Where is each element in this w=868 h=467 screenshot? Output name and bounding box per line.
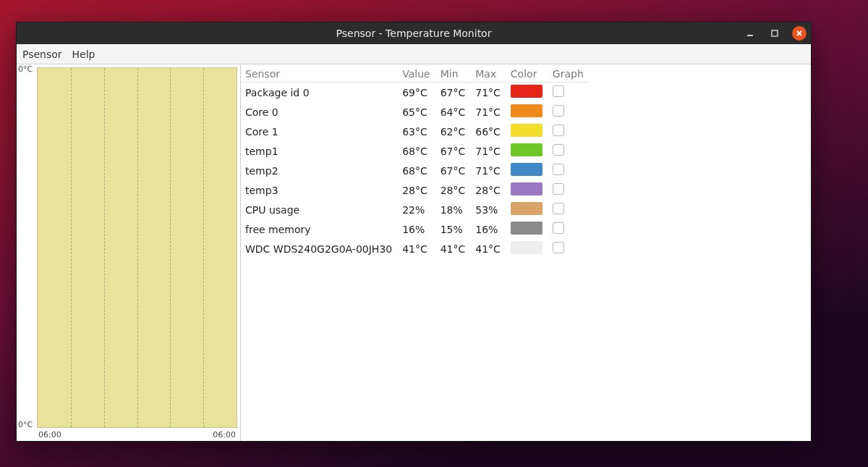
sensor-max: 28°C <box>471 180 506 200</box>
sensor-value: 16% <box>398 219 435 239</box>
graph-checkbox[interactable] <box>553 242 564 253</box>
sensor-graph <box>548 83 590 103</box>
sensor-value: 68°C <box>398 141 435 161</box>
y-axis-bottom-label: 0°C <box>18 420 33 429</box>
titlebar[interactable]: Psensor - Temperature Monitor <box>17 22 811 44</box>
sensor-graph <box>548 200 590 219</box>
menu-psensor[interactable]: Psensor <box>22 49 62 60</box>
table-row[interactable]: temp328°C28°C28°C <box>241 180 590 200</box>
svg-rect-1 <box>772 30 778 36</box>
table-row[interactable]: Core 065°C64°C71°C <box>241 102 590 122</box>
sensor-name: free memory <box>241 219 398 239</box>
chart-body: 0°C 0°C 06:00 06:00 <box>17 64 240 441</box>
sensor-max: 66°C <box>471 122 506 141</box>
graph-checkbox[interactable] <box>553 222 564 234</box>
close-icon <box>796 30 803 37</box>
chart-canvas[interactable] <box>37 67 237 428</box>
table-row[interactable]: temp268°C67°C71°C <box>241 161 590 180</box>
color-swatch[interactable] <box>511 182 542 195</box>
sensor-value: 28°C <box>398 180 435 200</box>
sensor-name: temp2 <box>241 161 398 180</box>
chart-pane: 0°C 0°C 06:00 06:00 <box>17 64 241 441</box>
sensor-min: 15% <box>436 219 472 239</box>
sensor-min: 67°C <box>436 83 472 103</box>
color-swatch[interactable] <box>511 124 542 137</box>
menu-help[interactable]: Help <box>72 49 95 60</box>
sensor-value: 63°C <box>398 122 435 141</box>
sensor-table: Sensor Value Min Max Color Graph Package… <box>241 66 590 258</box>
graph-checkbox[interactable] <box>553 203 564 214</box>
sensor-color <box>506 161 548 180</box>
sensor-value: 41°C <box>398 239 435 258</box>
col-value[interactable]: Value <box>398 66 435 83</box>
sensor-min: 41°C <box>436 239 472 258</box>
maximize-icon <box>770 29 779 38</box>
maximize-button[interactable] <box>767 26 782 41</box>
menubar: Psensor Help <box>17 44 811 64</box>
graph-checkbox[interactable] <box>553 125 564 136</box>
sensor-name: temp3 <box>241 180 398 200</box>
sensor-color <box>506 102 548 122</box>
sensor-min: 67°C <box>436 141 472 161</box>
table-row[interactable]: WDC WDS240G2G0A-00JH3041°C41°C41°C <box>241 239 590 258</box>
sensor-color <box>506 83 548 103</box>
color-swatch[interactable] <box>511 104 542 117</box>
minimize-icon <box>746 29 754 38</box>
graph-checkbox[interactable] <box>553 144 564 156</box>
color-swatch[interactable] <box>511 222 542 235</box>
sensor-value: 65°C <box>398 102 435 122</box>
col-graph[interactable]: Graph <box>548 66 590 83</box>
sensor-max: 41°C <box>471 239 506 258</box>
col-max[interactable]: Max <box>471 66 506 83</box>
col-sensor[interactable]: Sensor <box>241 66 398 83</box>
sensor-name: Package id 0 <box>241 83 398 103</box>
window-controls <box>743 22 807 44</box>
minimize-button[interactable] <box>743 26 757 41</box>
table-row[interactable]: CPU usage22%18%53% <box>241 200 590 219</box>
table-row[interactable]: temp168°C67°C71°C <box>241 141 590 161</box>
graph-checkbox[interactable] <box>553 183 564 195</box>
table-row[interactable]: Package id 069°C67°C71°C <box>241 83 590 103</box>
sensor-name: WDC WDS240G2G0A-00JH30 <box>241 239 398 258</box>
sensor-table-pane[interactable]: Sensor Value Min Max Color Graph Package… <box>241 64 811 441</box>
sensor-color <box>506 180 548 200</box>
sensor-min: 62°C <box>436 122 472 141</box>
x-axis-right-label: 06:00 <box>213 430 236 439</box>
col-color[interactable]: Color <box>506 66 548 83</box>
sensor-value: 22% <box>398 200 435 219</box>
color-swatch[interactable] <box>511 202 542 215</box>
sensor-graph <box>548 141 590 161</box>
table-row[interactable]: free memory16%15%16% <box>241 219 590 239</box>
color-swatch[interactable] <box>511 163 542 176</box>
sensor-name: temp1 <box>241 141 398 161</box>
sensor-name: Core 1 <box>241 122 398 141</box>
sensor-min: 28°C <box>436 180 472 200</box>
sensor-color <box>506 200 548 219</box>
sensor-max: 16% <box>471 219 506 239</box>
table-header-row: Sensor Value Min Max Color Graph <box>241 66 590 83</box>
graph-checkbox[interactable] <box>553 85 564 97</box>
sensor-graph <box>548 180 590 200</box>
close-button[interactable] <box>792 26 807 41</box>
color-swatch[interactable] <box>511 241 542 254</box>
sensor-min: 67°C <box>436 161 472 180</box>
window-title: Psensor - Temperature Monitor <box>336 28 492 39</box>
col-min[interactable]: Min <box>436 66 472 83</box>
color-swatch[interactable] <box>511 143 542 156</box>
graph-checkbox[interactable] <box>553 164 564 175</box>
sensor-color <box>506 239 548 258</box>
sensor-name: CPU usage <box>241 200 398 219</box>
sensor-color <box>506 219 548 239</box>
sensor-max: 71°C <box>471 83 506 103</box>
sensor-color <box>506 141 548 161</box>
sensor-value: 68°C <box>398 161 435 180</box>
graph-checkbox[interactable] <box>553 105 564 117</box>
sensor-graph <box>548 161 590 180</box>
table-row[interactable]: Core 163°C62°C66°C <box>241 122 590 141</box>
sensor-color <box>506 122 548 141</box>
app-window: Psensor - Temperature Monitor Psensor He… <box>16 22 812 442</box>
sensor-min: 64°C <box>436 102 472 122</box>
sensor-graph <box>548 239 590 258</box>
color-swatch[interactable] <box>511 85 542 98</box>
sensor-max: 71°C <box>471 141 506 161</box>
